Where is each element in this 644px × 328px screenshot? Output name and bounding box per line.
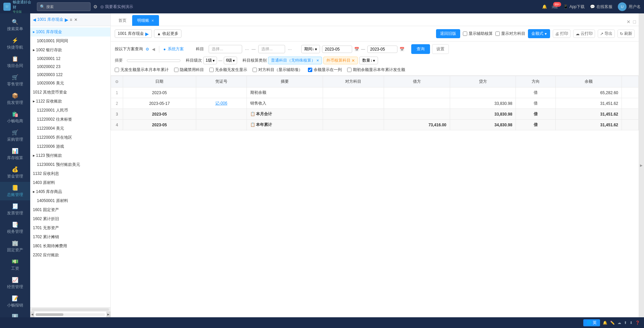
window-restore-icon[interactable]: □ bbox=[633, 19, 636, 24]
sidebar-item-report[interactable]: 📝 小畅报销 bbox=[0, 292, 30, 311]
export-btn[interactable]: ↗ 导出 bbox=[598, 29, 615, 38]
tree-item-1123[interactable]: ▸ 1123 预付账款 bbox=[30, 151, 110, 160]
quantity-btn[interactable]: 数量↓ ▾ bbox=[359, 57, 378, 64]
show-opposite-checkbox[interactable] bbox=[495, 31, 500, 36]
cb-init-balance[interactable]: 期初余额显示本年累计发生额 bbox=[347, 67, 405, 73]
status-download[interactable]: ⬇ bbox=[630, 321, 633, 325]
sidebar-item-invoice[interactable]: 🧾 发票管理 bbox=[0, 200, 30, 219]
sidebar-item-project[interactable]: 📋 项目合同 bbox=[0, 53, 30, 71]
window-close-icon[interactable]: ✕ bbox=[627, 19, 631, 24]
level-end-select[interactable]: 6级 ▾ bbox=[224, 57, 237, 64]
list-icon[interactable]: ≡ bbox=[70, 17, 72, 22]
tree-item-11220002[interactable]: 11220002 往来标签 bbox=[30, 115, 110, 124]
tree-item-11220001[interactable]: 11220001 人民币 bbox=[30, 106, 110, 115]
collapse-more-btn[interactable]: ▲ 收起更多 bbox=[154, 29, 181, 38]
status-cloud[interactable]: ☁ bbox=[618, 321, 621, 325]
filter-collapse-icon[interactable]: ◀ bbox=[152, 47, 155, 52]
tree-item-1702[interactable]: 1702 累计摊销 bbox=[30, 233, 110, 242]
tree-item-10020006[interactable]: 10020006 美元 bbox=[30, 79, 110, 88]
status-upload[interactable]: ⬆ bbox=[624, 321, 627, 325]
sidebar-item-retail[interactable]: 🛒 零售管理 bbox=[0, 71, 30, 90]
tree-item-1405[interactable]: ▸ 1405 库存商品 bbox=[30, 187, 110, 196]
print-btn[interactable]: 🖨 打印 bbox=[553, 29, 571, 38]
tree-item-1601[interactable]: 1601 固定资产 bbox=[30, 205, 110, 214]
cb-hide-disabled-input[interactable] bbox=[174, 68, 178, 72]
cb-balance-one-col-input[interactable] bbox=[308, 68, 312, 72]
tree-item-1801[interactable]: 1801 长期待摊费用 bbox=[30, 242, 110, 251]
tree-item-14050001[interactable]: 14050001 原材料 bbox=[30, 196, 110, 205]
forward-icon[interactable]: ▶ bbox=[65, 17, 68, 22]
tree-item-10020002[interactable]: 10020002 23 bbox=[30, 63, 110, 71]
tree-item-11230001[interactable]: 11230001 预付账款美元 bbox=[30, 160, 110, 169]
toggle-left-icon[interactable]: ◀ bbox=[30, 312, 34, 317]
level-start-select[interactable]: 1级 ▾ bbox=[203, 57, 217, 64]
sidebar-item-tax[interactable]: 📑 税务管理 bbox=[0, 219, 30, 237]
sidebar-item-search[interactable]: 🔍 搜索菜单 bbox=[0, 16, 30, 35]
status-help[interactable]: ❓ bbox=[635, 321, 640, 325]
tab-ledger[interactable]: 明细账 ✕ bbox=[132, 15, 159, 26]
period-cal-end-icon[interactable]: 📅 bbox=[399, 47, 405, 52]
close-panel-icon[interactable]: ✕ bbox=[74, 17, 77, 22]
cb-opposite[interactable]: 对方科目（显示辅助项） bbox=[253, 67, 303, 73]
tree-item-11220004[interactable]: 11220004 美元 bbox=[30, 124, 110, 133]
subject-input[interactable]: 选择... bbox=[209, 45, 242, 53]
cb-no-balance-input[interactable] bbox=[209, 68, 214, 72]
tree-item-1602[interactable]: 1602 累计折旧 bbox=[30, 214, 110, 223]
sidebar-item-inventory[interactable]: 📊 库存核算 bbox=[0, 145, 30, 163]
refresh-btn[interactable]: ↻ 刷新 bbox=[618, 29, 635, 38]
sidebar-item-operation[interactable]: 📈 经营管理 bbox=[0, 274, 30, 292]
show-opposite-cb[interactable]: 显示对方科目 bbox=[495, 31, 525, 37]
sidebar-item-basic[interactable]: ℹ️ 基础信息 bbox=[0, 311, 30, 317]
back-old-btn[interactable]: 退回旧版 bbox=[436, 29, 460, 38]
lang-btn[interactable]: 🌐 英 bbox=[583, 319, 600, 326]
tree-item-10020001[interactable]: 10020001 12 bbox=[30, 55, 110, 63]
cb-opposite-input[interactable] bbox=[253, 68, 257, 72]
right-collapse-panel[interactable]: ▶ bbox=[639, 13, 644, 317]
top-search[interactable]: 🔍 搜索 bbox=[37, 2, 91, 11]
cb-hide-disabled[interactable]: 隐藏禁用科目 bbox=[174, 67, 204, 73]
sidebar-item-shortcut[interactable]: ⚡ 快捷导航 bbox=[0, 35, 30, 53]
tree-item-11220006[interactable]: 11220006 游戏 bbox=[30, 142, 110, 151]
settings-icon[interactable]: ⚙ bbox=[93, 4, 98, 9]
tree-item-11220005[interactable]: 11220005 所在地区 bbox=[30, 133, 110, 142]
tree-item-1001[interactable]: ▸ 1001 库存现金 bbox=[30, 27, 110, 37]
tree-item-10010001[interactable]: 10010001 同同同 bbox=[30, 37, 110, 46]
cb-no-occur[interactable]: 无发生额显示本月本年累计 bbox=[115, 67, 169, 73]
cb-init-balance-input[interactable] bbox=[347, 68, 352, 72]
period-end-input[interactable] bbox=[367, 46, 397, 53]
tag-foreign-close[interactable]: ✕ bbox=[352, 58, 355, 63]
sidebar-item-salary[interactable]: 💵 工资 bbox=[0, 256, 30, 274]
cloud-print-btn[interactable]: ☁ 云打印 bbox=[573, 29, 595, 38]
settings-btn[interactable]: 设置 bbox=[432, 44, 449, 54]
sidebar-item-ecommerce[interactable]: 🛍️ 小畅电商 bbox=[0, 108, 30, 127]
tree-item-1701[interactable]: 1701 无形资产 bbox=[30, 223, 110, 233]
status-notif[interactable]: 🔔 bbox=[603, 321, 607, 325]
demo-link[interactable]: ◎ 我要看实例演示 bbox=[100, 4, 133, 10]
tree-item-2202[interactable]: 2202 应付账款 bbox=[30, 251, 110, 260]
tag-normal-close[interactable]: ✕ bbox=[316, 59, 319, 62]
show-assist-cb[interactable]: 显示辅助核算 bbox=[463, 31, 493, 37]
tree-item-1132[interactable]: 1132 应收利息 bbox=[30, 169, 110, 178]
period-type-select[interactable]: 期间↓ ▾ bbox=[301, 45, 320, 53]
subject-dots-2[interactable]: ··· bbox=[288, 47, 292, 52]
sidebar-item-accounting[interactable]: 📒 总账管理 bbox=[0, 182, 30, 200]
system-scheme-label[interactable]: 系统方案 bbox=[168, 46, 184, 52]
amount-style-btn[interactable]: 金额式 ▾ bbox=[528, 29, 550, 38]
user-area[interactable]: U 用户名 bbox=[618, 2, 641, 11]
col-settings[interactable]: ⚙ bbox=[111, 76, 123, 87]
subject-dots[interactable]: ··· bbox=[245, 47, 249, 52]
cb-balance-one-col[interactable]: 余额显示在一列 bbox=[308, 67, 342, 73]
status-edit[interactable]: ✏️ bbox=[610, 321, 615, 325]
back-breadcrumb[interactable]: ◀ 1001 库存现金 bbox=[33, 17, 63, 22]
tree-item-1403[interactable]: 1403 原材料 bbox=[30, 178, 110, 187]
tree-item-1012[interactable]: 1012 其他货币资金 bbox=[30, 88, 110, 97]
current-account-tag[interactable]: 1001 库存现金 ▶ bbox=[115, 29, 152, 38]
tab-close-icon[interactable]: ✕ bbox=[151, 19, 154, 22]
sidebar-item-wholesale[interactable]: 📦 批发管理 bbox=[0, 90, 30, 108]
subject-input-end[interactable]: 选择... bbox=[258, 45, 285, 53]
toggle-right-icon[interactable]: ▶ bbox=[106, 312, 110, 317]
period-start-input[interactable] bbox=[322, 46, 352, 53]
voucher-link[interactable]: 记-006 bbox=[215, 101, 227, 106]
tree-scrollbar[interactable] bbox=[30, 307, 110, 311]
row2-voucher[interactable]: 记-006 bbox=[196, 98, 247, 109]
